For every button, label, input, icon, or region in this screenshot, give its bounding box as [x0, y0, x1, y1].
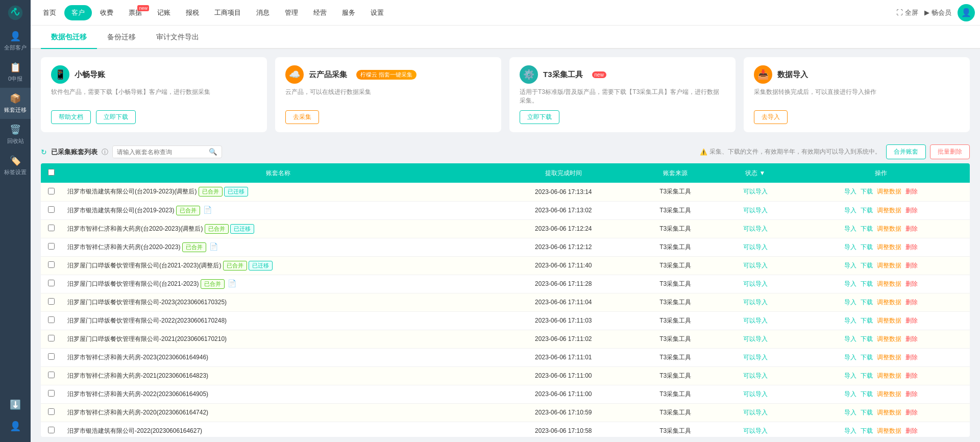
merge-button[interactable]: 合并账套	[886, 144, 926, 159]
action-导入[interactable]: 导入	[844, 354, 856, 361]
member-button[interactable]: ▶ 畅会员	[924, 8, 951, 17]
action-删除[interactable]: 删除	[905, 299, 918, 306]
sidebar-item-all-clients[interactable]: 👤 全部客户	[0, 26, 31, 57]
sidebar-item-profile[interactable]: 👤	[0, 415, 31, 437]
action-删除[interactable]: 删除	[905, 280, 918, 287]
nav-item-invoice[interactable]: 票据 new	[121, 5, 149, 20]
refresh-icon[interactable]: ↻	[41, 148, 47, 156]
action-下载[interactable]: 下载	[861, 299, 873, 306]
action-下载[interactable]: 下载	[861, 280, 873, 287]
tab-audit-export[interactable]: 审计文件导出	[146, 27, 209, 49]
nav-item-accounting[interactable]: 记账	[150, 5, 178, 20]
batch-delete-button[interactable]: 批量删除	[930, 144, 970, 159]
go-collect-button[interactable]: 去采集	[285, 110, 319, 124]
nav-item-business[interactable]: 工商项目	[207, 5, 248, 20]
row-checkbox[interactable]	[48, 390, 55, 397]
action-调整数据[interactable]: 调整数据	[877, 335, 901, 342]
t3-download-button[interactable]: 立即下载	[520, 110, 559, 124]
search-input[interactable]	[113, 146, 205, 158]
action-删除[interactable]: 删除	[905, 409, 918, 416]
sidebar-item-download[interactable]: ⬇️	[0, 394, 31, 415]
nav-item-manage[interactable]: 管理	[278, 5, 305, 20]
row-checkbox[interactable]	[48, 408, 55, 415]
row-checkbox[interactable]	[48, 316, 55, 323]
action-导入[interactable]: 导入	[844, 243, 856, 251]
action-下载[interactable]: 下载	[861, 390, 873, 398]
nav-item-clients[interactable]: 客户	[64, 5, 92, 20]
action-导入[interactable]: 导入	[844, 299, 856, 306]
action-导入[interactable]: 导入	[844, 280, 856, 287]
tab-data-migration[interactable]: 数据包迁移	[41, 27, 97, 49]
action-下载[interactable]: 下载	[861, 207, 873, 214]
help-doc-button[interactable]: 帮助文档	[51, 110, 91, 124]
select-all-checkbox[interactable]	[48, 169, 55, 176]
action-调整数据[interactable]: 调整数据	[877, 372, 901, 379]
action-调整数据[interactable]: 调整数据	[877, 262, 901, 269]
row-checkbox[interactable]	[48, 353, 55, 360]
nav-item-home[interactable]: 首页	[36, 5, 63, 20]
action-调整数据[interactable]: 调整数据	[877, 243, 901, 251]
action-导入[interactable]: 导入	[844, 335, 856, 342]
row-checkbox[interactable]	[48, 427, 55, 433]
action-下载[interactable]: 下载	[861, 372, 873, 379]
action-导入[interactable]: 导入	[844, 317, 856, 324]
action-下载[interactable]: 下载	[861, 243, 873, 251]
sidebar-item-zero-report[interactable]: 📋 0申报	[0, 57, 31, 88]
search-button[interactable]: 🔍	[205, 146, 222, 158]
sidebar-item-tag-settings[interactable]: 🏷️ 标签设置	[0, 150, 31, 181]
action-删除[interactable]: 删除	[905, 207, 918, 214]
action-删除[interactable]: 删除	[905, 354, 918, 361]
row-checkbox[interactable]	[48, 280, 55, 286]
tab-backup-migration[interactable]: 备份迁移	[97, 27, 146, 49]
action-导入[interactable]: 导入	[844, 372, 856, 379]
action-调整数据[interactable]: 调整数据	[877, 354, 901, 361]
action-调整数据[interactable]: 调整数据	[877, 299, 901, 306]
action-删除[interactable]: 删除	[905, 243, 918, 251]
user-avatar[interactable]: 👤	[958, 4, 975, 21]
action-调整数据[interactable]: 调整数据	[877, 427, 901, 434]
nav-item-settings[interactable]: 设置	[363, 5, 391, 20]
row-checkbox[interactable]	[48, 298, 55, 305]
action-删除[interactable]: 删除	[905, 335, 918, 342]
action-下载[interactable]: 下载	[861, 225, 873, 232]
nav-item-tax[interactable]: 报税	[179, 5, 206, 20]
download-now-button[interactable]: 立即下载	[96, 110, 136, 124]
action-删除[interactable]: 删除	[905, 372, 918, 379]
col-status[interactable]: 状态 ▼	[719, 163, 792, 183]
action-下载[interactable]: 下载	[861, 188, 873, 195]
action-下载[interactable]: 下载	[861, 427, 873, 434]
nav-item-service[interactable]: 服务	[335, 5, 362, 20]
row-checkbox[interactable]	[48, 261, 55, 268]
row-checkbox[interactable]	[48, 188, 55, 194]
sidebar-item-account-migration[interactable]: 📦 账套迁移	[0, 88, 31, 119]
action-导入[interactable]: 导入	[844, 427, 856, 434]
action-删除[interactable]: 删除	[905, 188, 918, 195]
action-下载[interactable]: 下载	[861, 409, 873, 416]
action-导入[interactable]: 导入	[844, 262, 856, 269]
action-调整数据[interactable]: 调整数据	[877, 280, 901, 287]
nav-item-billing[interactable]: 收费	[93, 5, 120, 20]
action-导入[interactable]: 导入	[844, 225, 856, 232]
nav-item-messages[interactable]: 消息	[249, 5, 277, 20]
app-logo[interactable]	[0, 0, 31, 26]
row-checkbox[interactable]	[48, 335, 55, 341]
row-checkbox[interactable]	[48, 206, 55, 213]
fullscreen-button[interactable]: ⛶ 全屏	[896, 8, 918, 17]
action-下载[interactable]: 下载	[861, 317, 873, 324]
action-删除[interactable]: 删除	[905, 427, 918, 434]
action-下载[interactable]: 下载	[861, 262, 873, 269]
sidebar-item-recycle-bin[interactable]: 🗑️ 回收站	[0, 119, 31, 150]
action-导入[interactable]: 导入	[844, 207, 856, 214]
action-导入[interactable]: 导入	[844, 188, 856, 195]
action-下载[interactable]: 下载	[861, 335, 873, 342]
action-下载[interactable]: 下载	[861, 354, 873, 361]
row-checkbox[interactable]	[48, 372, 55, 378]
go-import-button[interactable]: 去导入	[754, 110, 788, 124]
action-调整数据[interactable]: 调整数据	[877, 390, 901, 398]
action-删除[interactable]: 删除	[905, 262, 918, 269]
nav-item-operation[interactable]: 经营	[306, 5, 334, 20]
action-删除[interactable]: 删除	[905, 317, 918, 324]
action-删除[interactable]: 删除	[905, 390, 918, 398]
action-调整数据[interactable]: 调整数据	[877, 188, 901, 195]
action-调整数据[interactable]: 调整数据	[877, 225, 901, 232]
